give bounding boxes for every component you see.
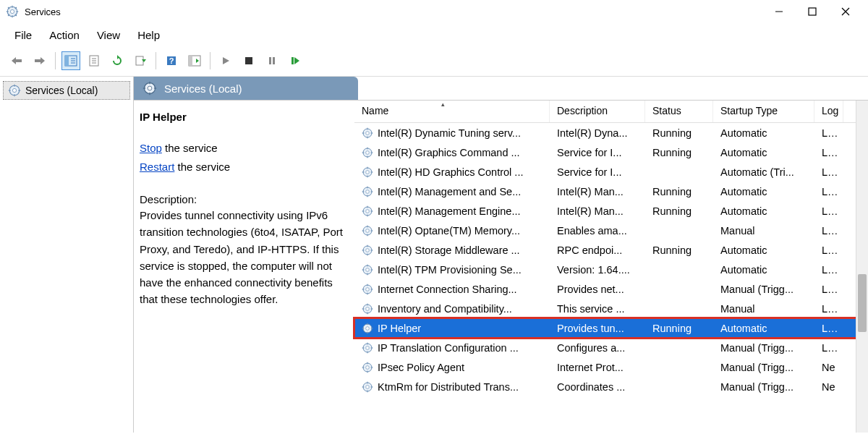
service-row[interactable]: Intel(R) Management and Se...Intel(R) Ma… [354,182,868,201]
svg-point-90 [366,248,370,252]
service-name-cell: IP Helper [378,323,421,334]
menu-action[interactable]: Action [42,26,87,44]
toolbar-separator [156,52,156,69]
service-status-cell: Running [645,147,713,158]
service-startup-cell: Automatic [713,186,814,197]
service-row[interactable]: Intel(R) HD Graphics Control ...Service … [354,162,868,182]
service-name-cell: IPsec Policy Agent [378,362,464,373]
svg-rect-28 [136,56,143,65]
service-row[interactable]: IP Translation Configuration ...Configur… [354,338,868,357]
service-name-cell: Intel(R) Management and Se... [378,186,521,197]
restart-link[interactable]: Restart [140,161,174,173]
service-row[interactable]: Intel(R) Optane(TM) Memory...Enables ama… [354,221,868,240]
service-desc-cell: Configures a... [550,342,645,354]
service-row[interactable]: Intel(R) Management Engine...Intel(R) Ma… [354,201,868,221]
export-button[interactable] [131,51,150,70]
service-startup-cell: Manual (Trigg... [713,342,814,354]
show-hide-tree-button[interactable] [61,51,80,70]
column-header-status[interactable]: Status [645,101,713,122]
menu-help[interactable]: Help [130,26,167,44]
service-logon-cell: Loc [814,342,843,354]
restart-service-button[interactable] [286,51,305,70]
service-logon-cell: Loc [814,323,843,334]
svg-point-108 [366,307,370,310]
tree-root-services-local[interactable]: Services (Local) [3,81,130,100]
service-name-cell: KtmRm for Distributed Trans... [378,381,519,393]
service-row[interactable]: Intel(R) Graphics Command ...Service for… [354,142,868,162]
service-desc-cell: Internet Prot... [550,362,645,373]
toolbar-extra-button[interactable] [185,51,204,70]
service-row[interactable]: Inventory and Compatibility...This servi… [354,299,868,318]
forward-button[interactable] [30,51,49,70]
stop-service-button[interactable] [239,51,258,70]
column-header-description[interactable]: Description [550,101,645,122]
column-header-logon[interactable]: Log [814,101,843,122]
service-startup-cell: Automatic [713,264,814,276]
gear-icon [142,81,157,95]
menu-file[interactable]: File [7,26,39,44]
gear-icon [362,205,373,217]
service-startup-cell: Automatic [713,127,814,139]
svg-marker-40 [294,57,299,64]
pause-service-button[interactable] [263,51,281,70]
scroll-thumb[interactable] [858,274,867,332]
start-service-button[interactable] [216,51,235,70]
service-row[interactable]: IP HelperProvides tun...RunningAutomatic… [354,318,868,338]
service-logon-cell: Loc [814,264,843,276]
service-startup-cell: Manual (Trigg... [713,284,814,295]
svg-point-132 [366,385,370,388]
tree-pane: Services (Local) [0,77,134,433]
column-header-startup[interactable]: Startup Type [713,101,814,122]
minimize-button[interactable] [762,1,796,22]
service-startup-cell: Manual [713,303,814,315]
properties-button[interactable] [85,51,103,70]
column-header-name[interactable]: Name [354,101,550,122]
description-text: Provides tunnel connectivity using IPv6 … [140,207,344,308]
service-row[interactable]: IPsec Policy AgentInternet Prot...Manual… [354,357,868,377]
service-row[interactable]: Internet Connection Sharing...Provides n… [354,279,868,299]
svg-point-126 [366,365,370,369]
menu-view[interactable]: View [90,26,127,44]
service-name-cell: Intel(R) TPM Provisioning Se... [378,264,522,276]
help-button[interactable]: ? [162,51,181,70]
window-controls [762,1,862,22]
menubar: File Action View Help [0,23,868,48]
service-startup-cell: Automatic [713,323,814,334]
titlebar: Services [0,0,868,23]
stop-link[interactable]: Stop [140,142,162,154]
svg-rect-37 [269,57,271,64]
main-area: Services (Local) Services (Local) IP Hel… [0,77,868,433]
service-logon-cell: Loc [814,284,843,295]
service-row[interactable]: KtmRm for Distributed Trans...Coordinate… [354,377,868,396]
gear-icon [362,186,373,197]
gear-icon [362,323,373,334]
gear-icon [362,127,373,139]
toolbar-separator [210,52,210,69]
content-pane: Services (Local) IP Helper Stop the serv… [134,77,868,433]
svg-rect-15 [16,59,22,62]
service-desc-cell: Intel(R) Man... [550,186,645,197]
service-row[interactable]: Intel(R) Storage Middleware ...RPC endpo… [354,240,868,260]
maximize-button[interactable] [796,1,829,22]
svg-rect-11 [809,8,816,15]
gear-icon [362,166,373,178]
vertical-scrollbar[interactable] [856,101,868,433]
svg-point-84 [366,229,370,232]
service-name-cell: Intel(R) Storage Middleware ... [378,244,520,256]
content-header-label: Services (Local) [164,82,242,95]
service-row[interactable]: Intel(R) TPM Provisioning Se...Version: … [354,260,868,279]
close-button[interactable] [829,1,862,22]
service-logon-cell: Loc [814,127,843,139]
service-row[interactable]: Intel(R) Dynamic Tuning serv...Intel(R) … [354,123,868,142]
service-desc-cell: Provides tun... [550,323,645,334]
service-desc-cell: Intel(R) Man... [550,205,645,217]
service-desc-cell: Provides net... [550,284,645,295]
service-logon-cell: Ne [814,362,843,373]
service-logon-cell: Ne [814,381,843,393]
svg-point-60 [366,150,370,154]
back-button[interactable] [7,51,26,70]
refresh-button[interactable] [108,51,127,70]
svg-marker-34 [196,59,199,63]
svg-rect-19 [65,56,69,66]
restart-suffix: the service [174,161,230,173]
